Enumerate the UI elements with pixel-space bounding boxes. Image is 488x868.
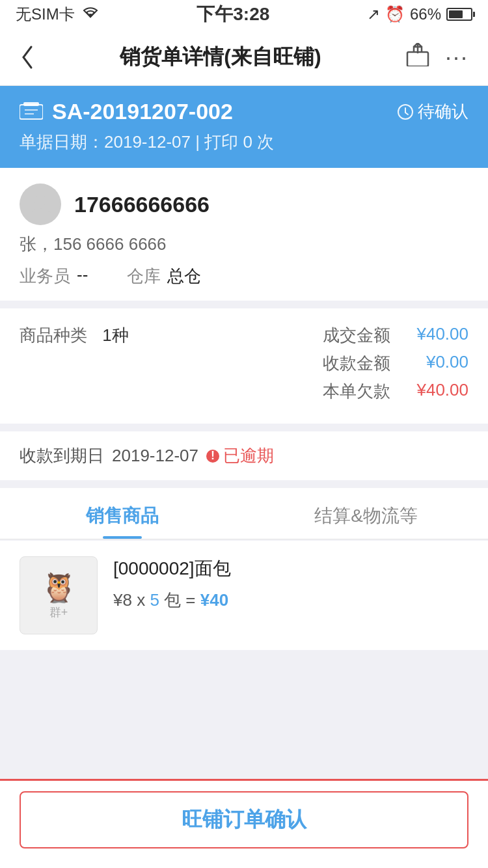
due-date-section: 收款到期日 2019-12-07 ! 已逾期: [0, 431, 488, 480]
status-left: 无SIM卡: [16, 4, 100, 25]
product-price: ¥8 x 5 包 = ¥40: [113, 589, 468, 612]
status-bar: 无SIM卡 下午3:28 ↗ ⏰ 66%: [0, 0, 488, 29]
received-value: ¥0.00: [426, 352, 468, 375]
summary-section: 商品种类 1种 成交金额 ¥40.00 收款金额 ¥0.00 本单欠款 ¥40.…: [0, 308, 488, 424]
amount-value: ¥40.00: [416, 324, 468, 347]
salesperson-label: 业务员: [20, 265, 70, 288]
order-status: 待确认: [397, 100, 468, 123]
order-id: SA-20191207-002: [20, 99, 233, 124]
nav-actions: ···: [406, 43, 468, 72]
svg-point-7: [30, 208, 51, 217]
battery-percent: 66%: [410, 5, 441, 23]
salesperson-value: --: [77, 265, 88, 288]
overdue-dot-icon: !: [206, 450, 219, 463]
customer-phone: 17666666666: [74, 192, 210, 217]
overdue-text: 已逾期: [223, 444, 274, 467]
warehouse-label: 仓库: [127, 265, 161, 288]
product-total: ¥40: [200, 590, 228, 610]
summary-amounts: 成交金额 ¥40.00 收款金额 ¥0.00 本单欠款 ¥40.00: [323, 324, 468, 408]
customer-name: 张，156 6666 6666: [20, 233, 468, 256]
alarm-icon: ⏰: [385, 5, 405, 23]
product-section: 🦉 群+ [0000002]面包 ¥8 x 5 包 = ¥40: [0, 541, 488, 650]
owed-value: ¥40.00: [416, 380, 468, 403]
product-info: [0000002]面包 ¥8 x 5 包 = ¥40: [113, 556, 468, 612]
more-icon[interactable]: ···: [445, 44, 468, 71]
svg-point-6: [34, 195, 46, 206]
customer-meta: 业务员 -- 仓库 总仓: [20, 265, 468, 288]
received-label: 收款金额: [323, 352, 390, 375]
overdue-badge: ! 已逾期: [206, 444, 274, 467]
due-date-value: 2019-12-07: [112, 446, 198, 466]
owed-label: 本单欠款: [323, 380, 390, 403]
nav-bar: 销货单详情(来自旺铺) ···: [0, 29, 488, 86]
status-time: 下午3:28: [197, 2, 269, 27]
share-icon[interactable]: [406, 43, 429, 72]
svg-rect-2: [23, 102, 39, 106]
order-header: SA-20191207-002 待确认 单据日期：2019-12-07 | 打印…: [0, 86, 488, 168]
tab-underline: [103, 536, 142, 539]
product-item: 🦉 群+ [0000002]面包 ¥8 x 5 包 = ¥40: [20, 556, 468, 634]
warehouse-value: 总仓: [167, 265, 201, 288]
thumbnail-label: 群+: [41, 604, 77, 620]
product-thumbnail: 🦉 群+: [20, 556, 98, 634]
order-date: 单据日期：2019-12-07 | 打印 0 次: [20, 131, 468, 154]
location-icon: ↗: [367, 5, 380, 23]
tab-settlement[interactable]: 结算&物流等: [244, 488, 488, 539]
bottom-bar: 旺铺订单确认: [0, 779, 488, 868]
tabs-section: 销售商品 结算&物流等: [0, 488, 488, 539]
avatar: [20, 183, 61, 225]
customer-section: 17666666666 张，156 6666 6666 业务员 -- 仓库 总仓: [0, 168, 488, 301]
confirm-wangpu-button[interactable]: 旺铺订单确认: [20, 791, 468, 848]
carrier-text: 无SIM卡: [16, 4, 75, 25]
back-button[interactable]: [20, 44, 35, 70]
battery-icon: [446, 8, 472, 21]
amount-label: 成交金额: [323, 324, 390, 347]
type-count: 1种: [102, 325, 128, 345]
tab-sales-products[interactable]: 销售商品: [0, 488, 244, 539]
status-right: ↗ ⏰ 66%: [367, 5, 472, 23]
due-date-label: 收款到期日: [20, 444, 104, 467]
product-name: [0000002]面包: [113, 556, 468, 581]
svg-rect-0: [407, 52, 428, 66]
product-qty: 5: [150, 590, 159, 610]
svg-rect-1: [20, 105, 43, 119]
page-title: 销货单详情(来自旺铺): [120, 43, 321, 72]
wifi-icon: [81, 5, 100, 23]
type-label: 商品种类: [20, 325, 87, 345]
